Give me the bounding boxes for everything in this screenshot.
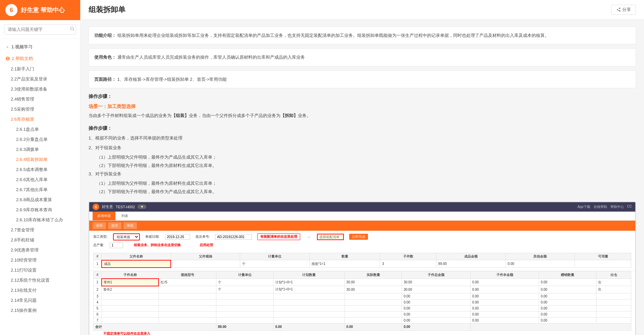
mock-btd-actualqty7	[344, 317, 402, 323]
share-button[interactable]: 分享	[611, 5, 636, 15]
mock-footer-v2: 0.00	[273, 323, 344, 330]
mock-btn-save[interactable]: 保存	[93, 222, 106, 229]
mock-btd-totalamt7: 0.00	[402, 317, 470, 323]
mock-footer-v3: 0.00	[344, 323, 402, 330]
search-button[interactable]	[67, 24, 76, 34]
screenshot-block: 6 好生意 TEST-H002 ▼ App下载 在线帮助 帮助中心 CC 新增单…	[89, 202, 636, 335]
mock-input-bom[interactable]	[317, 234, 344, 240]
sidebar-item-2-6-10[interactable]: 2.6.10库存账本错了么办	[0, 215, 80, 225]
mock-link-app: App下载	[578, 205, 590, 209]
main-area: 组装拆卸单 分享 功能介绍： 组装拆卸单用来处理企业组装或拆卸等加工业务，支持有…	[80, 0, 644, 335]
mock-btd-planqty5	[273, 305, 344, 311]
feature-intro-label: 功能介绍：	[94, 33, 116, 38]
mock-btd-out2: 出	[596, 286, 631, 293]
mock-footer-v1: 89.00	[216, 323, 273, 330]
mock-bth-unit: 计量单位	[216, 271, 273, 279]
sidebar-item-2-15[interactable]: 2.15操作案例	[0, 305, 80, 316]
sidebar-item-2-3[interactable]: 2.3使用前数据准备	[0, 84, 80, 94]
sidebar-item-2-6-4[interactable]: 2.6.4组装拆卸单	[0, 155, 80, 165]
mock-btd-no5: 5	[94, 305, 102, 311]
mock-footer-rest	[470, 323, 631, 330]
mock-bth-unit-amt: 子件本金额	[470, 271, 539, 279]
table-row: 3 0.00 0.00 0.00	[94, 293, 631, 299]
sidebar-item-2-4[interactable]: 2.4销售管理	[0, 94, 80, 104]
sidebar-item-2-7[interactable]: 2.7资金管理	[0, 225, 80, 235]
search-bar	[0, 20, 80, 39]
mock-td-spec	[171, 260, 240, 268]
mock-input-batchno[interactable]	[215, 234, 252, 240]
step-3-1: （1）上部明细为父件明细，最终作为原材料生成其它出库单；	[97, 179, 636, 188]
mock-label-date: 单据日期:	[145, 234, 160, 239]
sidebar-item-2-6-6[interactable]: 2.6.6其他入库单	[0, 175, 80, 185]
sidebar-item-2-12[interactable]: 2.12系统个性化设置	[0, 275, 80, 285]
mock-btn-submit[interactable]: 提交	[108, 222, 121, 229]
mock-input-qty[interactable]	[110, 242, 123, 248]
mock-btd-unit2: 个	[216, 286, 273, 293]
sidebar-item-2-6-2[interactable]: 2.6.2分量盘点单	[0, 134, 80, 145]
share-label: 分享	[622, 7, 631, 13]
sidebar-item-2-6-5[interactable]: 2.6.5成本调整单	[0, 165, 80, 175]
search-input[interactable]	[4, 25, 67, 34]
mock-logo: 6	[93, 204, 99, 210]
mock-btd-no1: 1	[94, 279, 102, 286]
sidebar-item-2-1[interactable]: 2.1新手入门	[0, 64, 80, 74]
sidebar-item-2-13[interactable]: 2.13在线支付	[0, 285, 80, 295]
mock-link-help: 在线帮助	[594, 205, 607, 209]
mock-bth-name: 子件名称	[102, 271, 159, 279]
sidebar-item-2-6-1[interactable]: 2.6.1盘点单	[0, 124, 80, 134]
sidebar-item-2-5[interactable]: 2.5采购管理	[0, 104, 80, 114]
mock-bth-no: #	[94, 271, 102, 279]
mock-btd-totalamt6: 0.00	[402, 311, 470, 317]
mock-btd-no4: 4	[94, 299, 102, 305]
sidebar-item-2-6-3[interactable]: 2.6.3调拨单	[0, 145, 80, 155]
mock-btd-no7: 7	[94, 317, 102, 323]
sidebar-item-video[interactable]: ＋ 1.视频学习	[0, 42, 80, 52]
sidebar-item-2-6[interactable]: 2.6库存核算	[0, 114, 80, 124]
mock-table-footer: 合计 89.00 0.00 0.00 0.00	[94, 323, 631, 330]
mock-btd-name3	[102, 293, 159, 299]
sidebar-item-2-11[interactable]: 2.11打印设置	[0, 265, 80, 275]
mock-btd-spec3	[159, 293, 216, 299]
search-icon	[70, 26, 75, 31]
mock-tab-new[interactable]: 新增单据	[93, 212, 115, 220]
mock-tab-list[interactable]: 列表	[117, 212, 133, 220]
mock-btd-no6: 6	[94, 311, 102, 317]
mock-form-row1: 加工类型: 组装单据 拆卸单据 单据日期: 批次单号: 有装配清单的在这里处理 …	[93, 233, 631, 240]
mock-btn-approve[interactable]: 审批	[123, 222, 137, 229]
page-header: 组装拆卸单 分享	[80, 0, 644, 20]
mock-input-date[interactable]	[165, 234, 190, 240]
mock-toolbar: 保存 提交 审批	[89, 221, 635, 231]
mock-select-type[interactable]: 组装单据 拆卸单据	[113, 233, 140, 240]
sidebar-item-help[interactable]: ⊖ 2.帮助文档	[0, 53, 80, 64]
sidebar-item-2-10[interactable]: 2.10经营管理	[0, 255, 80, 265]
mock-btd-totalamt3: 0.00	[402, 293, 470, 299]
mock-btd-spec1: 红/S	[159, 279, 216, 286]
mock-version: ▼	[138, 205, 146, 209]
mock-th-available: 可用量	[575, 253, 631, 260]
step-2-1: （1）上部明细为父件明细，最终作为产成品生成其它入库单；	[97, 153, 636, 162]
mock-btd-name5	[102, 305, 159, 311]
mock-td-no: 1	[94, 260, 102, 268]
mock-btd-unitamt4: 0.00	[470, 299, 539, 305]
sidebar-item-2-8[interactable]: 2.8手机旺铺	[0, 235, 80, 245]
mock-btn-confirm[interactable]: 立即完成	[349, 234, 368, 240]
mock-form-row2: 总产量: 组装业务、拆卸业务在这里切换 启用处理	[93, 242, 631, 248]
mock-td-name: 成品	[102, 260, 171, 268]
sidebar-item-2-14[interactable]: 2.14常见问题	[0, 295, 80, 305]
sidebar-item-2-6-7[interactable]: 2.6.7其他出库单	[0, 185, 80, 195]
sidebar-header: 6 好生意 帮助中心	[0, 0, 80, 20]
page-path-label: 页面路径：	[94, 77, 116, 82]
mock-btd-giftqty4: 0.00	[539, 299, 596, 305]
mock-table-bottom: # 子件名称 规格型号 计量单位 计划数量 实际数量 子件总金额 子件本金额 赠…	[93, 271, 631, 331]
mock-bth-spec: 规格型号	[159, 271, 216, 279]
mock-btd-spec2	[159, 286, 216, 293]
sidebar-item-2-6-9[interactable]: 2.6.9库存账本查询	[0, 205, 80, 215]
step-2-2: （2）下部明细为子件明细，最终作为原材料生成其它出库单。	[97, 162, 636, 170]
nav-group-1: ＋ 1.视频学习	[0, 42, 80, 52]
sidebar-item-2-2[interactable]: 2.2产品安装及登录	[0, 74, 80, 84]
mock-btd-out3	[596, 293, 631, 299]
sidebar-item-2-6-8[interactable]: 2.6.8商品成本重算	[0, 195, 80, 205]
mock-label-type: 加工类型:	[93, 234, 108, 239]
sidebar-item-2-9[interactable]: 2.9优惠券管理	[0, 245, 80, 255]
table-row: 1 成品 个 按批*1=1 3 89.00 0.00	[94, 260, 631, 268]
